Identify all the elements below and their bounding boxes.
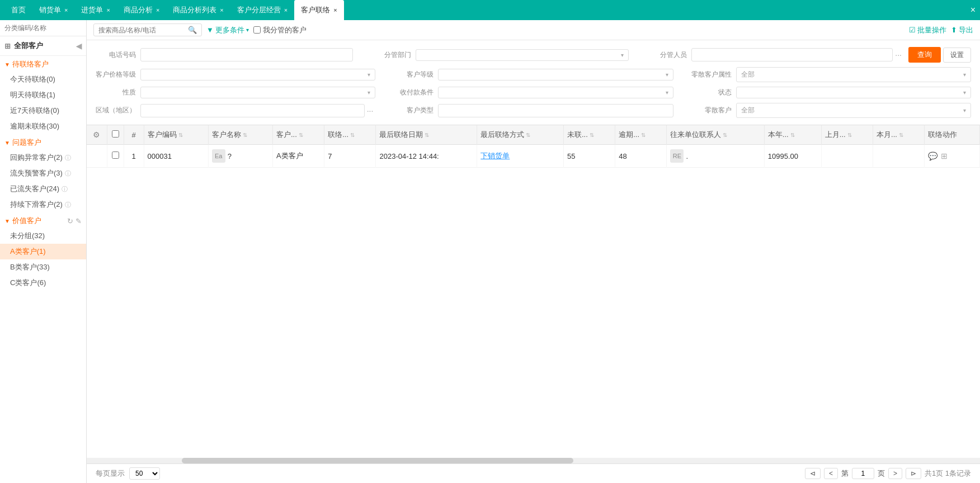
bottom-bar: 每页显示 50 100 ⊲ < 第 页 > ⊳ 共1页 1条记录 — [87, 463, 980, 483]
settings-gear-icon[interactable]: ⚙ — [93, 130, 100, 139]
close-customer-seg-tab[interactable]: × — [284, 7, 288, 13]
top-navigation: 首页 销货单 × 进货单 × 商品分析 × 商品分析列表 × 客户分层经营 × … — [0, 0, 980, 20]
close-purchase-tab[interactable]: × — [106, 7, 110, 13]
th-no-contact: 未联...⇅ — [563, 125, 615, 145]
customer-grade-select[interactable]: ▾ — [438, 69, 673, 80]
payment-select[interactable]: ▾ — [438, 87, 673, 98]
td-unit-contact: RE . — [667, 145, 764, 168]
sort-type-icon[interactable]: ⇅ — [299, 132, 303, 138]
filter-cell-region: 区域（地区） ··· — [96, 104, 375, 117]
status-select[interactable]: ▾ — [736, 87, 971, 98]
grid-icon: ⊞ — [4, 42, 11, 50]
sort-unit-icon[interactable]: ⇅ — [723, 132, 727, 138]
main-search-icon[interactable]: 🔍 — [188, 26, 197, 34]
close-goods-analysis-list-tab[interactable]: × — [220, 7, 223, 13]
sidebar-item-class-b[interactable]: B类客户(33) — [0, 259, 86, 275]
settings-button[interactable]: 设置 — [943, 48, 971, 63]
sidebar-item-tomorrow[interactable]: 明天待联络(1) — [0, 87, 86, 103]
export-button[interactable]: ⬆ 导出 — [951, 25, 973, 35]
page-size-select[interactable]: 50 100 — [129, 467, 160, 480]
batch-operations-button[interactable]: ☑ 批量操作 — [909, 25, 946, 35]
table-area: ⚙ # 客户编码⇅ 客户名称⇅ 客户...⇅ 联络...⇅ 最后联络日期⇅ 最后… — [87, 125, 980, 458]
info-icon-abnormal: ⓘ — [65, 154, 71, 162]
next-page-button[interactable]: > — [888, 468, 902, 479]
dept-select[interactable]: ▾ — [416, 49, 628, 61]
sidebar-item-7days[interactable]: 近7天待联络(0) — [0, 103, 86, 119]
main-search-input[interactable] — [98, 26, 188, 34]
page-number-input[interactable] — [852, 468, 874, 479]
prev-page-button[interactable]: < — [824, 468, 838, 479]
query-button[interactable]: 查询 — [908, 47, 941, 63]
sort-contact-icon[interactable]: ⇅ — [350, 132, 355, 138]
nav-tab-goods-analysis[interactable]: 商品分析 × — [117, 0, 166, 20]
nav-tab-goods-analysis-list[interactable]: 商品分析列表 × — [166, 0, 230, 20]
last-page-button[interactable]: ⊳ — [906, 468, 921, 479]
price-grade-select[interactable]: ▾ — [140, 69, 375, 80]
grid-action-icon[interactable]: ⊞ — [941, 151, 948, 160]
chat-action-icon[interactable]: 💬 — [928, 151, 937, 160]
my-customers-checkbox[interactable] — [253, 26, 261, 34]
sidebar-item-class-c[interactable]: C类客户(6) — [0, 275, 86, 291]
region-input[interactable] — [140, 104, 365, 117]
customer-type-input[interactable] — [438, 104, 673, 117]
content-area: 🔍 ▼ 更多条件 ▾ 我分管的客户 ☑ 批量操作 ⬆ 导出 — [87, 20, 980, 483]
sort-code-icon[interactable]: ⇅ — [178, 132, 183, 138]
nature-select[interactable]: ▾ — [140, 87, 375, 98]
sidebar-all-customers-header: ⊞ 全部客户 ◀ — [0, 36, 86, 56]
first-page-button[interactable]: ⊲ — [805, 468, 821, 479]
scrollbar-thumb[interactable] — [182, 458, 573, 463]
sort-method-icon[interactable]: ⇅ — [526, 132, 530, 138]
close-sales-tab[interactable]: × — [64, 7, 68, 13]
retail-customer-select[interactable]: 全部 ▾ — [736, 103, 971, 118]
sidebar: 🔍 ⊞ 全部客户 ◀ ▼ 待联络客户 今天待联络(0) 明天待联络(1) 近7天… — [0, 20, 87, 483]
sort-lmonth-icon[interactable]: ⇅ — [847, 132, 852, 138]
nav-tab-purchase[interactable]: 进货单 × — [74, 0, 116, 20]
close-all-tabs-button[interactable]: × — [970, 5, 976, 15]
nav-tab-customer-seg[interactable]: 客户分层经营 × — [230, 0, 294, 20]
close-customer-contact-tab[interactable]: × — [333, 7, 337, 13]
filter-cell-phone: 电话号码 — [96, 48, 353, 61]
refresh-icon[interactable]: ↻ — [67, 217, 73, 225]
section-arrow-value: ▼ — [4, 218, 10, 224]
sort-name-icon[interactable]: ⇅ — [243, 132, 247, 138]
th-type: 客户...⇅ — [272, 125, 324, 145]
phone-input[interactable] — [140, 48, 353, 61]
sidebar-item-churned[interactable]: 已流失客户(24) ⓘ — [0, 181, 86, 197]
sidebar-collapse-button[interactable]: ◀ — [76, 42, 82, 50]
horizontal-scrollbar[interactable] — [87, 458, 980, 463]
more-conditions-button[interactable]: ▼ 更多条件 ▾ — [206, 25, 249, 35]
sidebar-item-class-a[interactable]: A类客户(1) — [0, 244, 86, 259]
td-overdue: 48 — [615, 145, 667, 168]
th-gear[interactable]: ⚙ — [87, 125, 107, 145]
sort-overdue-icon[interactable]: ⇅ — [641, 132, 646, 138]
manager-dots[interactable]: ··· — [893, 50, 904, 59]
select-all-checkbox[interactable] — [112, 130, 119, 138]
last-method-link[interactable]: 下销货单 — [480, 151, 510, 160]
my-customers-checkbox-container: 我分管的客户 — [253, 25, 307, 35]
manager-input[interactable] — [691, 48, 893, 61]
close-goods-analysis-tab[interactable]: × — [156, 7, 159, 13]
main-layout: 🔍 ⊞ 全部客户 ◀ ▼ 待联络客户 今天待联络(0) 明天待联络(1) 近7天… — [0, 20, 980, 483]
edit-icon[interactable]: ✎ — [76, 217, 82, 225]
nav-tab-home[interactable]: 首页 — [4, 0, 32, 20]
sort-year-icon[interactable]: ⇅ — [790, 132, 795, 138]
sidebar-item-today[interactable]: 今天待联络(0) — [0, 72, 86, 87]
customer-grade-arrow: ▾ — [666, 72, 668, 78]
sidebar-search-input[interactable] — [4, 24, 87, 32]
sidebar-item-unclassified[interactable]: 未分组(32) — [0, 228, 86, 244]
region-dots[interactable]: ··· — [365, 106, 376, 115]
filter-cell-dept: 分管部门 ▾ — [371, 49, 628, 61]
nav-tab-sales[interactable]: 销货单 × — [32, 0, 74, 20]
retail-attr-select[interactable]: 全部 ▾ — [736, 67, 971, 82]
filter-cell-customer-type: 客户类型 — [393, 104, 673, 117]
th-last-date: 最后联络日期⇅ — [376, 125, 477, 145]
sidebar-item-abnormal-repurchase[interactable]: 回购异常客户(2) ⓘ — [0, 150, 86, 165]
sidebar-item-overdue[interactable]: 逾期未联络(30) — [0, 119, 86, 134]
sort-date-icon[interactable]: ⇅ — [425, 132, 429, 138]
sort-no-contact-icon[interactable]: ⇅ — [590, 132, 594, 138]
sidebar-item-declining[interactable]: 持续下滑客户(2) ⓘ — [0, 197, 86, 212]
row-checkbox[interactable] — [112, 151, 119, 159]
sidebar-item-churn-warning[interactable]: 流失预警客户(3) ⓘ — [0, 165, 86, 181]
sort-tmonth-icon[interactable]: ⇅ — [899, 132, 903, 138]
nav-tab-customer-contact[interactable]: 客户联络 × — [294, 0, 343, 20]
